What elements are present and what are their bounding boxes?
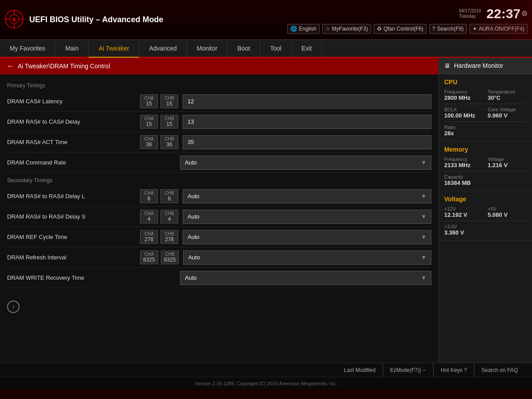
breadcrumb-back-arrow[interactable]: ← xyxy=(7,62,14,70)
ref-cycle-select[interactable]: Auto ▼ xyxy=(183,230,431,244)
toolbar-aura[interactable]: ✦ AURA ON/OFF(F4) xyxy=(469,24,528,34)
hw-cpu-ratio-value: 28x xyxy=(444,130,527,137)
hw-voltage-33v: +3.3V 3.360 V xyxy=(444,224,527,236)
nav-my-favorites-label: My Favorites xyxy=(10,45,45,52)
ras-delay-s-cha-box: CHA 4 xyxy=(140,210,158,223)
setting-row-ras-act: DRAM RAS# ACT Time CHA 36 CHB 36 xyxy=(7,132,431,153)
toolbar-qfan-label: Qfan Control(F6) xyxy=(383,26,423,32)
ref-cycle-cha-value: 278 xyxy=(145,236,153,243)
hw-voltage-title: Voltage xyxy=(444,196,527,203)
ras-delay-l-value: Auto xyxy=(188,193,200,200)
cas-chb-label: CHB xyxy=(164,96,174,101)
toolbar-english-label: English xyxy=(299,26,316,32)
refresh-interval-arrow: ▼ xyxy=(421,254,426,261)
setting-row-ras-delay-s: DRAM RAS# to RAS# Delay S CHA 4 CHB 4 Au… xyxy=(7,207,431,227)
ras-delay-l-channels: CHA 6 CHB 6 xyxy=(140,189,178,203)
hw-voltage-33v-value: 3.360 V xyxy=(444,229,527,236)
ras-delay-l-cha-value: 6 xyxy=(148,196,151,202)
nav-ai-tweaker[interactable]: Ai Tweaker xyxy=(89,40,139,58)
refresh-interval-select[interactable]: Auto ▼ xyxy=(183,250,431,265)
status-search-faq[interactable]: Search on FAQ xyxy=(474,363,525,377)
hw-cpu-ratio-label: Ratio xyxy=(444,125,527,130)
ras-act-cha-box: CHA 36 xyxy=(140,135,158,149)
ras-delay-s-select[interactable]: Auto ▼ xyxy=(183,210,431,224)
ref-cycle-arrow: ▼ xyxy=(421,234,426,240)
rog-logo xyxy=(4,9,24,30)
toolbar-qfan[interactable]: ♻ Qfan Control(F6) xyxy=(374,24,426,34)
status-last-modified[interactable]: Last Modified xyxy=(337,363,383,377)
hw-memory-frequency-value: 2133 MHz xyxy=(444,162,483,168)
ras-delay-l-chb-label: CHB xyxy=(164,191,174,196)
status-ez-mode[interactable]: EzMode(F7)|→ xyxy=(383,363,434,377)
ref-cycle-cha-box: CHA 278 xyxy=(140,230,158,244)
ras-delay-s-cha-label: CHA xyxy=(144,211,153,216)
setting-row-cas-latency: DRAM CAS# Latency CHA 15 CHB 15 xyxy=(7,91,431,112)
cas-cha-label: CHA xyxy=(144,96,153,101)
ras-delay-s-channels: CHA 4 CHB 4 xyxy=(140,210,178,223)
command-rate-dropdown-arrow: ▼ xyxy=(421,159,426,166)
hw-cpu-section: CPU Frequency 2800 MHz Temperature 30°C … xyxy=(439,74,532,141)
ras-delay-s-chb-value: 4 xyxy=(168,216,171,222)
refresh-interval-channels: CHA 8325 CHB 8325 xyxy=(140,250,179,264)
cas-cha-value: 15 xyxy=(146,101,152,107)
hw-voltage-5v-label: +5V xyxy=(488,206,527,211)
ras-delay-s-chb-label: CHB xyxy=(164,211,174,216)
breadcrumb-path: Ai Tweaker\DRAM Timing Control xyxy=(18,63,110,70)
ras-cas-cha-value: 15 xyxy=(146,121,152,127)
toolbar-myfavorite[interactable]: ☆ MyFavorite(F3) xyxy=(322,24,371,34)
ras-act-input[interactable] xyxy=(183,135,431,149)
hw-memory-frequency: Frequency 2133 MHz xyxy=(444,156,483,168)
hw-cpu-ratio: Ratio 28x xyxy=(444,125,527,137)
hw-monitor-icon: 🖥 xyxy=(444,62,450,69)
main-layout: ← Ai Tweaker\DRAM Timing Control Primary… xyxy=(0,58,532,363)
cas-latency-input[interactable] xyxy=(183,94,431,109)
settings-area: Primary Timings DRAM CAS# Latency CHA 15… xyxy=(0,74,438,292)
hw-cpu-temperature: Temperature 30°C xyxy=(488,89,527,101)
hw-cpu-frequency: Frequency 2800 MHz xyxy=(444,89,483,101)
write-recovery-select[interactable]: Auto ▼ xyxy=(180,271,431,285)
hw-voltage-12v-value: 12.192 V xyxy=(444,211,483,218)
info-icon[interactable]: i xyxy=(7,301,20,313)
aura-icon: ✦ xyxy=(473,26,477,32)
cas-chb-value: 15 xyxy=(166,101,172,107)
refresh-interval-value: Auto xyxy=(188,254,200,261)
toolbar-search[interactable]: ? Search(F9) xyxy=(429,24,467,34)
nav-advanced[interactable]: Advanced xyxy=(139,40,187,57)
ras-delay-s-cha-value: 4 xyxy=(148,216,151,222)
ras-delay-l-cha-label: CHA xyxy=(144,191,153,196)
nav-monitor[interactable]: Monitor xyxy=(187,40,228,57)
status-bar: Last Modified EzMode(F7)|→ Hot Keys ? Se… xyxy=(0,363,532,377)
nav-boot[interactable]: Boot xyxy=(227,40,260,57)
toolbar-english[interactable]: 🌐 English xyxy=(287,24,319,34)
nav-exit[interactable]: Exit xyxy=(292,40,322,57)
settings-gear-icon[interactable]: ⚙ xyxy=(521,9,528,18)
nav-tool[interactable]: Tool xyxy=(260,40,292,57)
setting-row-command-rate: DRAM Command Rate Auto ▼ xyxy=(7,153,431,173)
ras-act-channels: CHA 36 CHB 36 xyxy=(140,135,178,149)
refresh-interval-cha-label: CHA xyxy=(145,252,154,257)
hw-memory-capacity-value: 16384 MB xyxy=(444,180,527,186)
hw-cpu-bclk-value: 100.00 MHz xyxy=(444,112,483,119)
ras-delay-l-chb-box: CHB 6 xyxy=(160,189,178,203)
status-hot-keys[interactable]: Hot Keys ? xyxy=(434,363,474,377)
hw-cpu-temperature-value: 30°C xyxy=(488,94,527,101)
setting-row-ref-cycle: DRAM REF Cycle Time CHA 278 CHB 278 Auto… xyxy=(7,227,431,247)
setting-row-refresh-interval: DRAM Refresh Interval CHA 8325 CHB 8325 … xyxy=(7,247,431,268)
toolbar-aura-label: AURA ON/OFF(F4) xyxy=(479,26,524,32)
setting-row-ras-cas: DRAM RAS# to CAS# Delay CHA 15 CHB 15 xyxy=(7,112,431,132)
nav-my-favorites[interactable]: My Favorites xyxy=(0,40,55,57)
ras-cas-input[interactable] xyxy=(183,115,431,129)
ras-delay-l-cha-box: CHA 6 xyxy=(140,189,158,203)
nav-main[interactable]: Main xyxy=(55,40,89,57)
nav-tool-label: Tool xyxy=(270,45,282,52)
toolbar-search-label: Search(F9) xyxy=(437,26,464,32)
ref-cycle-cha-label: CHA xyxy=(144,231,153,236)
ras-cas-cha-box: CHA 15 xyxy=(140,115,158,129)
ras-cas-chb-box: CHB 15 xyxy=(160,115,178,129)
ras-delay-l-select[interactable]: Auto ▼ xyxy=(183,189,431,203)
command-rate-select[interactable]: Auto ▼ xyxy=(180,156,431,170)
hw-memory-title: Memory xyxy=(444,146,527,153)
hw-cpu-core-voltage-value: 0.960 V xyxy=(488,112,527,119)
footer-text: Version 2.19.1269. Copyright (C) 2018 Am… xyxy=(195,381,337,386)
info-icon-label: i xyxy=(12,303,14,310)
